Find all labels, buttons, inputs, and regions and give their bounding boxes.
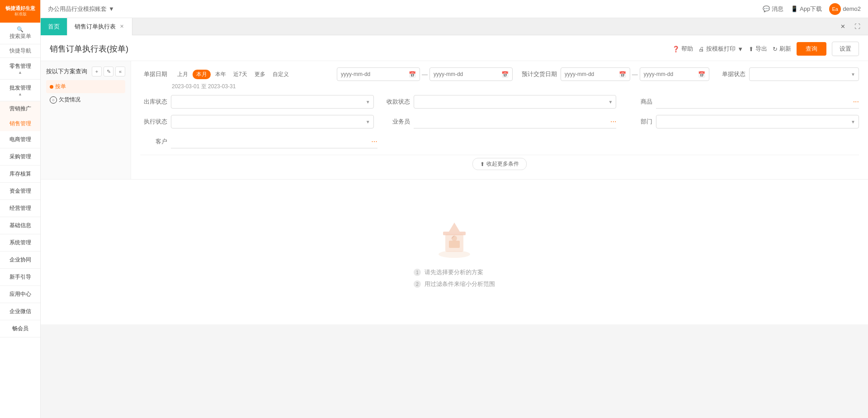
filter-field-exec-status: 执行状态 ▼ [140,115,374,128]
sidebar-sub-group: 营销推广 销售管理 [0,101,40,131]
content-inner: 销售订单执行表(按单) ❓ 帮助 🖨 按模板打印 ▼ ⬆ 导出 [41,35,868,324]
export-icon: ⬆ [749,46,754,52]
sidebar-item-member[interactable]: 畅会员 [0,320,40,337]
sidebar-item-label: 批发管理 [9,84,31,92]
sidebar-item-purchase[interactable]: 采购管理 [0,148,40,166]
expected-date-label: 预计交货日期 [522,70,557,78]
help-icon: ❓ [672,46,679,52]
sidebar-item-system[interactable]: 系统管理 [0,234,40,252]
app-download-icon: 📱 [791,5,798,12]
filter-field-department: 部门 ▼ [625,115,859,128]
tab-close-all-button[interactable]: ✕ [837,21,848,32]
add-scheme-button[interactable]: + [92,66,102,76]
collect-status-select[interactable] [414,95,617,109]
sidebar-item-label: 采购管理 [9,153,31,160]
sidebar-item-wholesale[interactable]: 批发管理 ▲ [0,80,40,101]
tab-sales-label: 销售订单执行表 [75,23,116,31]
search-button[interactable]: 查询 [797,42,826,56]
user-profile[interactable]: Ea demo2 [829,3,861,15]
sidebar-quick-nav[interactable]: 快捷导航 [0,44,40,58]
date-end-input[interactable]: 📅 [429,67,513,81]
export-button[interactable]: ⬆ 导出 [749,45,767,53]
date-tab-more[interactable]: 更多 [252,70,268,79]
sidebar-item-label: 基础信息 [9,222,31,228]
sidebar-item-label: 企业微信 [9,308,31,314]
scheme-label: 按单 [55,83,66,90]
collapse-scheme-button[interactable]: « [115,66,125,76]
sidebar-item-label: 畅会员 [12,325,28,332]
filter-field-date: 单据日期 上月 本月 本年 近7天 更多 自定义 [140,70,328,79]
tab-home[interactable]: 首页 [41,18,67,35]
edit-scheme-button[interactable]: ✎ [104,66,113,76]
tab-sales-order[interactable]: 销售订单执行表 ✕ [67,18,132,35]
empty-state: 1 请先选择要分析的方案 2 用过滤条件来缩小分析范围 [41,180,868,324]
date-tab-thisyear[interactable]: 本年 [212,70,229,79]
tip-2-text: 用过滤条件来缩小分析范围 [425,280,495,288]
tab-home-label: 首页 [48,23,60,31]
calendar-expected-end-icon: 📅 [698,71,705,78]
exec-status-select[interactable] [171,115,374,128]
sidebar-item-finance[interactable]: 资金管理 [0,183,40,200]
tab-close-icon[interactable]: ✕ [118,24,125,30]
filter-row-2: 出库状态 ▼ 收款状态 [140,95,859,109]
refresh-icon: ↻ [773,46,778,52]
active-dot-icon [50,85,53,89]
collapse-filter-label: 收起更多条件 [486,160,519,168]
date-tab-custom[interactable]: 自定义 [270,70,292,79]
main-area: 办公用品行业模拟账套 ▼ 💬 消息 📱 App下载 Ea demo2 首页 [41,0,868,418]
sidebar-search[interactable]: 🔍 搜索菜单 [0,23,40,44]
filter-scheme-label: 按以下方案查询 [46,67,87,76]
calendar-end-icon: 📅 [501,71,509,78]
filter-field-collect-status: 收款状态 ▼ [383,95,617,109]
print-button[interactable]: 🖨 按模板打印 ▼ [698,45,743,53]
sidebar-item-sales[interactable]: 销售管理 [0,116,40,131]
expand-icon: ▲ [18,70,22,75]
filter-scheme-item-owegoods[interactable]: ○ 欠货情况 [46,93,125,106]
sidebar-item-basic[interactable]: 基础信息 [0,217,40,234]
collapse-filter-button[interactable]: ⬆ 收起更多条件 [472,158,527,170]
expected-date-start-field[interactable] [565,71,617,77]
expected-date-end-field[interactable] [644,71,696,77]
settings-button[interactable]: 设置 [832,42,859,56]
salesperson-dots-button[interactable]: ··· [610,118,616,126]
dropdown-icon: ▼ [108,5,114,12]
app-download-button[interactable]: 📱 App下载 [791,5,822,13]
tab-expand-button[interactable]: ⛶ [852,21,863,32]
customer-dots-button[interactable]: ··· [371,138,377,146]
expand-window-icon: ⛶ [854,23,860,30]
sidebar-item-newbie[interactable]: 新手引导 [0,269,40,286]
avatar-text: Ea [832,6,838,12]
filter-scheme-item-byorder[interactable]: 按单 [46,80,125,93]
date-tab-last7[interactable]: 近7天 [231,70,250,79]
sidebar-item-wechat[interactable]: 企业微信 [0,303,40,320]
sidebar-item-retail[interactable]: 零售管理 ▲ [0,58,40,80]
date-start-field[interactable] [341,71,407,77]
date-end-field[interactable] [434,71,500,77]
help-button[interactable]: ❓ 帮助 [672,45,693,53]
page-actions: ❓ 帮助 🖨 按模板打印 ▼ ⬆ 导出 ↻ 刷新 [672,42,859,56]
date-tab-lastmonth[interactable]: 上月 [175,70,191,79]
sidebar-item-appstore[interactable]: 应用中心 [0,286,40,303]
refresh-button[interactable]: ↻ 刷新 [773,45,791,53]
app-title-text: 办公用品行业模拟账套 [48,5,107,13]
goods-dots-button[interactable]: ··· [853,98,859,106]
date-tab-thismonth[interactable]: 本月 [193,70,211,79]
tip-1-text: 请先选择要分析的方案 [425,268,483,276]
sidebar-item-operations[interactable]: 经营管理 [0,200,40,217]
page-title: 销售订单执行表(按单) [50,43,128,54]
sidebar-item-inventory[interactable]: 库存核算 [0,166,40,183]
sidebar-item-label: 零售管理 [9,62,31,70]
sidebar-item-label: 应用中心 [9,291,31,297]
filter-field-customer: 客户 ··· [140,135,377,148]
date-start-input[interactable]: 📅 [337,67,420,81]
app-title-dropdown[interactable]: 办公用品行业模拟账套 ▼ [48,5,114,13]
sidebar-item-enterprise[interactable]: 企业协同 [0,252,40,269]
calendar-expected-start-icon: 📅 [619,71,626,78]
sidebar-item-marketing[interactable]: 营销推广 [0,101,40,116]
goods-label: 商品 [625,98,652,106]
sidebar-item-ecommerce[interactable]: 电商管理 [0,131,40,148]
message-button[interactable]: 💬 消息 [763,5,783,13]
out-status-select[interactable] [171,95,374,109]
single-status-select[interactable] [749,67,859,81]
department-select[interactable] [656,115,859,128]
